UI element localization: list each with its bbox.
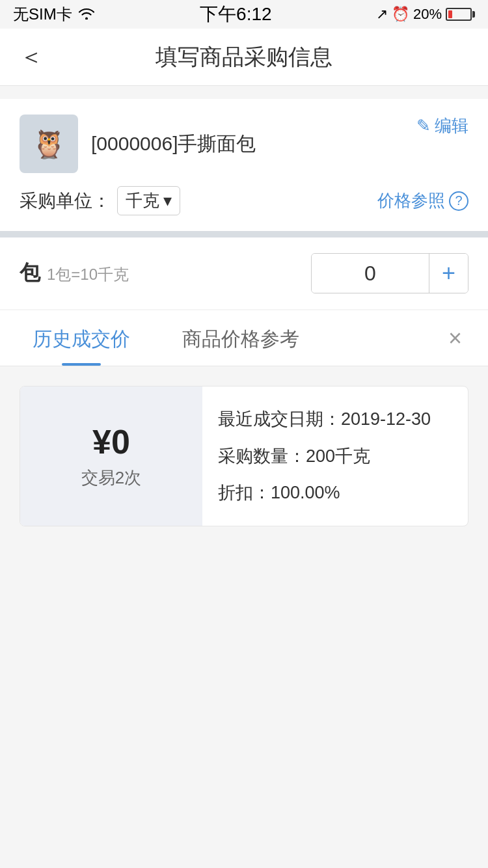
currency-symbol: ¥ xyxy=(92,423,111,461)
chevron-down-icon: ▾ xyxy=(163,191,172,211)
discount-label: 折扣： xyxy=(218,483,271,502)
back-button[interactable]: ＜ xyxy=(13,34,49,79)
transaction-card: ¥0 交易2次 最近成交日期：2019-12-30 采购数量：200千克 折扣：… xyxy=(20,386,468,526)
unit-value: 千克 xyxy=(126,189,159,212)
quantity-label: 包 1包=10千克 xyxy=(20,259,129,288)
battery-percent: 20% xyxy=(413,6,442,23)
unit-row: 采购单位： 千克 ▾ xyxy=(20,186,180,215)
quantity-unit: 包 xyxy=(20,259,40,288)
purchase-qty-label: 采购数量： xyxy=(218,446,306,466)
tab-close-button[interactable]: × xyxy=(442,318,468,359)
battery-icon xyxy=(446,8,475,21)
unit-label: 采购单位： xyxy=(20,189,111,213)
section-divider xyxy=(0,231,488,237)
edit-button[interactable]: ✎ 编辑 xyxy=(416,115,468,137)
status-time: 下午6:12 xyxy=(200,2,272,27)
product-name: [0000006]手撕面包 xyxy=(91,131,256,157)
tab-product-price-ref[interactable]: 商品价格参考 xyxy=(169,310,312,366)
purchase-qty-value: 200千克 xyxy=(306,446,370,466)
location-icon: ↗ xyxy=(376,6,388,23)
edit-icon: ✎ xyxy=(416,116,431,136)
status-left: 无SIM卡 xyxy=(13,4,96,25)
transaction-price: ¥0 xyxy=(92,422,130,461)
product-thumbnail: 🦉 xyxy=(20,115,78,173)
card-price-section: ¥0 交易2次 xyxy=(20,387,202,526)
recent-date-label: 最近成交日期： xyxy=(218,409,341,429)
product-card: 🦉 [0000006]手撕面包 ✎ 编辑 采购单位： 千克 ▾ 价格参照 ? xyxy=(0,99,488,231)
no-sim-text: 无SIM卡 xyxy=(13,4,72,25)
tab-content: ¥0 交易2次 最近成交日期：2019-12-30 采购数量：200千克 折扣：… xyxy=(0,366,488,562)
nav-header: ＜ 填写商品采购信息 xyxy=(0,29,488,86)
edit-label: 编辑 xyxy=(435,115,468,137)
recent-date-value: 2019-12-30 xyxy=(341,409,431,429)
recent-date-row: 最近成交日期：2019-12-30 xyxy=(218,406,452,433)
product-image: 🦉 xyxy=(32,128,66,160)
transaction-count: 交易2次 xyxy=(81,467,141,489)
price-ref-help-icon: ? xyxy=(449,191,468,211)
page-title: 填写商品采购信息 xyxy=(156,42,332,72)
price-amount: 0 xyxy=(111,423,130,461)
price-ref-button[interactable]: 价格参照 ? xyxy=(377,189,468,212)
discount-value: 100.00% xyxy=(271,483,340,502)
unit-select[interactable]: 千克 ▾ xyxy=(117,186,180,215)
quantity-increment-button[interactable]: + xyxy=(429,254,468,293)
discount-row: 折扣：100.00% xyxy=(218,480,452,506)
status-bar: 无SIM卡 下午6:12 ↗ ⏰ 20% xyxy=(0,0,488,29)
card-detail-section: 最近成交日期：2019-12-30 采购数量：200千克 折扣：100.00% xyxy=(202,387,468,526)
tab-section: 历史成交价 商品价格参考 × ¥0 交易2次 最近成交日期：2019-12-30… xyxy=(0,310,488,562)
quantity-input-group: + xyxy=(311,253,468,293)
quantity-input[interactable] xyxy=(312,254,429,293)
quantity-conversion: 1包=10千克 xyxy=(47,264,129,285)
status-right: ↗ ⏰ 20% xyxy=(376,6,475,23)
purchase-qty-row: 采购数量：200千克 xyxy=(218,443,452,470)
quantity-row: 包 1包=10千克 + xyxy=(0,237,488,309)
alarm-icon: ⏰ xyxy=(392,6,409,23)
wifi-icon xyxy=(77,5,96,23)
price-ref-label: 价格参照 xyxy=(377,189,445,212)
tab-history-price[interactable]: 历史成交价 xyxy=(20,310,143,366)
tab-header: 历史成交价 商品价格参考 × xyxy=(0,310,488,366)
